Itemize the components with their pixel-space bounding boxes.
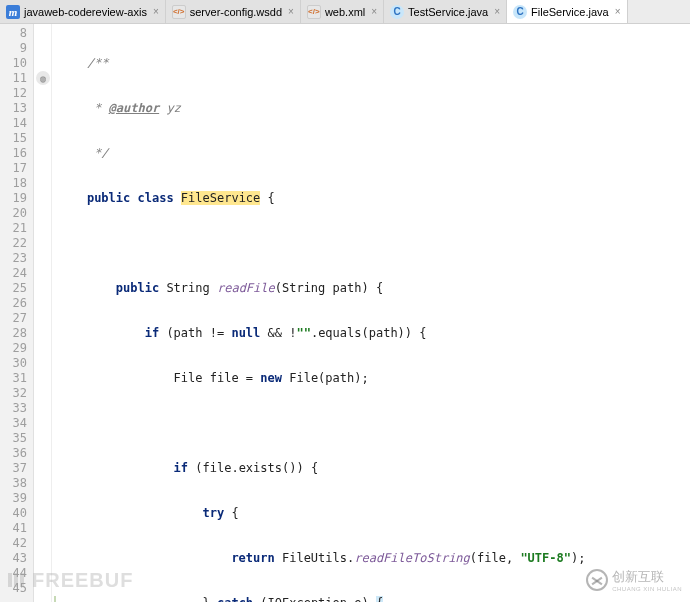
line-number: 17	[0, 161, 27, 176]
close-icon[interactable]: ×	[371, 6, 377, 17]
line-number: 20	[0, 206, 27, 221]
line-number: 28	[0, 326, 27, 341]
line-number: 37	[0, 461, 27, 476]
selection: {	[376, 596, 383, 602]
line-number: 11	[0, 71, 27, 86]
tab-fileservice-java[interactable]: C FileService.java ×	[507, 0, 627, 23]
tab-javaweb-codereview-axis[interactable]: m javaweb-codereview-axis ×	[0, 0, 166, 23]
close-icon[interactable]: ×	[288, 6, 294, 17]
tab-label: server-config.wsdd	[190, 6, 282, 18]
tab-label: TestService.java	[408, 6, 488, 18]
change-marker	[54, 596, 56, 602]
line-number: 16	[0, 146, 27, 161]
line-number: 24	[0, 266, 27, 281]
tab-label: web.xml	[325, 6, 365, 18]
editor-tabbar: m javaweb-codereview-axis × </> server-c…	[0, 0, 690, 24]
tab-server-config-wsdd[interactable]: </> server-config.wsdd ×	[166, 0, 301, 23]
line-number: 19	[0, 191, 27, 206]
tab-label: FileService.java	[531, 6, 609, 18]
line-number: 30	[0, 356, 27, 371]
maven-icon: m	[6, 5, 20, 19]
line-number: 45	[0, 581, 27, 596]
line-number: 25	[0, 281, 27, 296]
line-number: 27	[0, 311, 27, 326]
line-number: 18	[0, 176, 27, 191]
line-number: 15	[0, 131, 27, 146]
line-number: 41	[0, 521, 27, 536]
marker-gutter: ◍	[34, 24, 52, 602]
line-number: 43	[0, 551, 27, 566]
java-class-icon: C	[513, 5, 527, 19]
code-area[interactable]: /** * @author yz */ public class FileSer…	[52, 24, 690, 602]
line-number: 39	[0, 491, 27, 506]
line-number: 22	[0, 236, 27, 251]
line-number: 8	[0, 26, 27, 41]
line-number: 36	[0, 446, 27, 461]
line-number: 21	[0, 221, 27, 236]
line-number: 44	[0, 566, 27, 581]
line-number: 38	[0, 476, 27, 491]
line-number: 42	[0, 536, 27, 551]
line-number-gutter: 8910111213141516171819202122232425262728…	[0, 24, 34, 602]
line-number: 10	[0, 56, 27, 71]
line-number: 14	[0, 116, 27, 131]
close-icon[interactable]: ×	[615, 6, 621, 17]
code-editor[interactable]: 8910111213141516171819202122232425262728…	[0, 24, 690, 602]
close-icon[interactable]: ×	[494, 6, 500, 17]
line-number: 33	[0, 401, 27, 416]
xml-icon: </>	[307, 5, 321, 19]
line-number: 29	[0, 341, 27, 356]
wsdd-icon: </>	[172, 5, 186, 19]
web-usage-icon: ◍	[36, 71, 50, 85]
line-number: 34	[0, 416, 27, 431]
line-number: 9	[0, 41, 27, 56]
line-number: 35	[0, 431, 27, 446]
line-number: 23	[0, 251, 27, 266]
line-number: 32	[0, 386, 27, 401]
close-icon[interactable]: ×	[153, 6, 159, 17]
tab-testservice-java[interactable]: C TestService.java ×	[384, 0, 507, 23]
line-number: 13	[0, 101, 27, 116]
line-number: 12	[0, 86, 27, 101]
line-number: 31	[0, 371, 27, 386]
java-class-icon: C	[390, 5, 404, 19]
line-number: 40	[0, 506, 27, 521]
class-name-highlight: FileService	[181, 191, 260, 205]
tab-label: javaweb-codereview-axis	[24, 6, 147, 18]
tab-web-xml[interactable]: </> web.xml ×	[301, 0, 384, 23]
line-number: 26	[0, 296, 27, 311]
